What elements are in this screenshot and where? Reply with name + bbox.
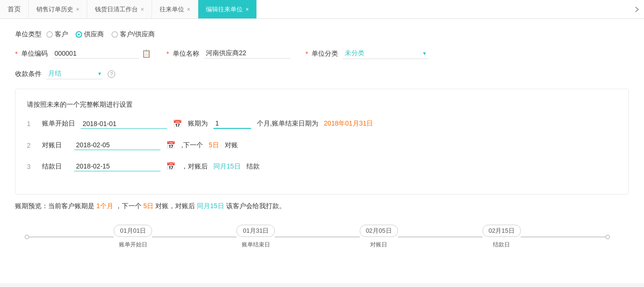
preview-section: 账期预览：当前客户账期是 1个月 ，下一个 5日 对账，对账后 同月15日 该客… [15,202,629,263]
radio-supplier-circle [76,31,82,38]
preview-part2-suffix: 对账，对账后 [155,202,195,210]
payment-field: 收款条件 月结 ▾ ? [15,68,115,79]
tab-cash-work-close[interactable]: × [141,6,144,13]
unit-category-dropdown[interactable]: 未分类 ▾ [343,48,428,59]
radio-customer-label: 客户 [55,30,68,39]
timeline-line-2 [152,236,237,237]
setting-row-3: 3 结款日 📅 ，对账后 同月15日 结款 [27,161,617,171]
row-label-1: 账单开始日 [42,119,75,128]
timeline-node-4: 02月15日 结款日 [483,225,521,249]
tab-partner[interactable]: 往来单位 × [152,0,198,18]
tab-sales-history-close[interactable]: × [76,6,79,13]
timeline-line-4 [398,236,483,237]
radio-group-unit-type: 客户 供应商 客户/供应商 [46,30,155,39]
payment-arrow: ▾ [98,70,101,77]
tab-sales-history-label: 销售订单历史 [36,5,73,14]
unit-name-label: 单位名称 [173,50,201,58]
tab-edit-partner-close[interactable]: × [246,6,249,13]
unit-type-field: 单位类型 客户 供应商 客户/供应商 [15,30,155,39]
calendar-icon-2[interactable]: 📅 [166,141,176,150]
timeline-label-3: 对账日 [370,241,387,249]
calendar-icon-1[interactable]: 📅 [173,119,182,128]
row-num-2: 2 [27,142,36,149]
row-desc-3-suffix: 结款 [246,162,260,171]
radio-customer[interactable]: 客户 [46,30,68,39]
timeline-line-3 [275,236,359,237]
unit-name-input[interactable] [204,49,290,59]
tabs-bar: 首页 销售订单历史 × 钱货日清工作台 × 往来单位 × 编辑往来单位 × [0,0,644,19]
timeline: 01月01日 账单开始日 01月31日 账单结束日 02月05日 对账日 [15,220,629,263]
row-3-highlight: 同月15日 [213,162,241,171]
main-content: 单位类型 客户 供应商 客户/供应商 * 单位编码 [0,19,644,283]
unit-category-star: * [305,50,308,58]
timeline-label-2: 账单结束日 [242,241,270,249]
unit-type-label: 单位类型 [15,30,43,39]
setting-row-1: 1 账单开始日 📅 账期为 个月,账单结束日期为 2018年01月31日 [27,118,617,129]
tab-edit-partner[interactable]: 编辑往来单位 × [198,0,257,18]
timeline-label-1: 账单开始日 [119,241,147,249]
payment-value: 月结 [48,69,94,78]
payment-row: 收款条件 月结 ▾ ? [15,68,629,79]
unit-category-label: 单位分类 [312,50,340,58]
timeline-badge-4: 02月15日 [483,225,521,237]
calendar-icon-3[interactable]: 📅 [166,162,176,171]
timeline-node-2: 01月31日 账单结束日 [237,225,275,249]
row-1-highlight: 2018年01月31日 [324,119,373,128]
unit-info-row: * 单位编码 📋 * 单位名称 * 单位分类 未分类 ▾ [15,48,629,59]
preview-label: 账期预览：当前客户账期是 [15,202,94,210]
timeline-badge-2: 01月31日 [237,225,275,237]
unit-category-arrow: ▾ [423,50,426,57]
preview-part1: 1个月 [96,202,113,210]
row-desc-2-prefix: ,下一个 [181,141,203,150]
row-num-3: 3 [27,163,36,170]
tab-nav-arrow[interactable] [630,0,644,18]
tab-home[interactable]: 首页 [0,0,29,18]
radio-customer-circle [46,31,53,38]
timeline-node-3: 02月05日 对账日 [360,225,398,249]
payment-dropdown[interactable]: 月结 ▾ [46,68,103,79]
unit-code-input[interactable] [52,49,139,59]
radio-both-circle [111,31,118,38]
unit-code-label: 单位编码 [21,50,50,58]
tab-edit-partner-label: 编辑往来单位 [206,5,243,14]
preview-part2: 5日 [143,202,153,210]
unit-category-field: * 单位分类 未分类 ▾ [305,48,428,59]
radio-both[interactable]: 客户/供应商 [111,30,155,39]
tab-partner-close[interactable]: × [187,6,190,13]
preview-part3-suffix: 该客户会给我打款。 [226,202,286,210]
radio-supplier[interactable]: 供应商 [76,30,104,39]
unit-name-star: * [166,50,169,58]
row-desc-3-prefix: ，对账后 [181,162,208,171]
help-icon[interactable]: ? [108,70,115,78]
unit-code-star: * [15,50,17,58]
date-input-2[interactable] [74,140,161,150]
timeline-badge-1: 01月01日 [114,225,152,237]
radio-supplier-label: 供应商 [84,30,104,39]
row-label-2: 对账日 [42,141,68,150]
preview-part3: 同月15日 [197,202,224,210]
row-2-highlight: 5日 [209,141,219,150]
date-input-1[interactable] [81,119,167,129]
tab-partner-label: 往来单位 [160,5,184,14]
date-input-3[interactable] [74,161,161,171]
row-label-3: 结款日 [42,162,68,171]
tab-sales-history[interactable]: 销售订单历史 × [29,0,87,18]
timeline-start-dot [25,235,29,239]
tab-cash-work[interactable]: 钱货日清工作台 × [87,0,152,18]
unit-code-field: * 单位编码 📋 [15,49,151,59]
setting-hint: 请按照未来的一个完整帐期进行设置 [27,101,617,109]
timeline-label-4: 结款日 [493,241,510,249]
setting-box: 请按照未来的一个完整帐期进行设置 1 账单开始日 📅 账期为 个月,账单结束日期… [15,89,629,194]
preview-part1-suffix: ，下一个 [115,202,142,210]
radio-both-label: 客户/供应商 [120,30,155,39]
unit-category-value: 未分类 [345,49,419,58]
row-desc-1-prefix: 账期为 [188,119,208,128]
copy-icon[interactable]: 📋 [142,49,151,58]
period-input[interactable] [213,118,251,129]
timeline-end-dot [605,235,610,239]
timeline-line-1 [29,236,114,237]
preview-text: 账期预览：当前客户账期是 1个月 ，下一个 5日 对账，对账后 同月15日 该客… [15,202,629,211]
payment-label: 收款条件 [15,70,43,78]
timeline-node-1: 01月01日 账单开始日 [114,225,152,249]
setting-row-2: 2 对账日 📅 ,下一个 5日 对账 [27,140,617,150]
